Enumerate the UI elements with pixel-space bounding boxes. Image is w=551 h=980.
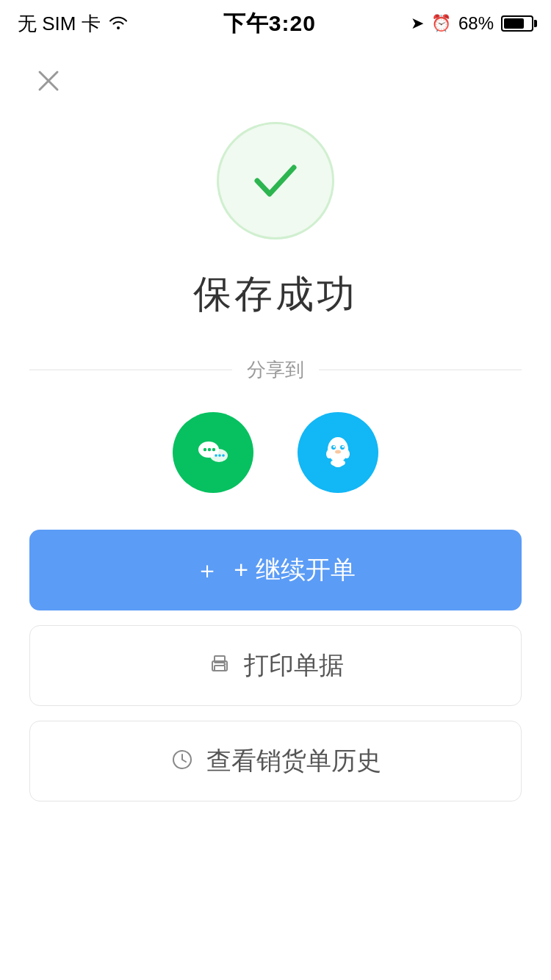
share-section: 分享到 [29,357,522,493]
svg-point-8 [218,454,221,457]
wechat-share-button[interactable] [173,412,253,493]
battery-icon [501,15,533,32]
svg-point-16 [335,450,341,454]
action-buttons: ＋ + 继续开单 打印单据 查看销货单历史 [29,530,522,801]
svg-point-17 [326,450,332,458]
print-label: 打印单据 [244,649,344,682]
alarm-icon: ⏰ [431,14,451,33]
clock-icon [170,747,195,776]
checkmark-icon [246,151,305,210]
wechat-circle [173,412,253,493]
svg-point-18 [344,450,350,458]
wechat-icon [190,429,237,476]
status-right: ➤ ⏰ 68% [411,13,533,34]
wifi-icon [108,12,129,35]
status-time: 下午3:20 [223,9,316,39]
svg-point-22 [224,663,226,665]
continue-order-button[interactable]: ＋ + 继续开单 [29,530,522,610]
svg-point-9 [222,454,225,457]
battery-text: 68% [458,13,494,34]
success-area: 保存成功 [29,122,522,320]
no-sim-text: 无 SIM 卡 [18,11,101,37]
qq-icon [314,429,361,476]
history-label: 查看销货单历史 [206,744,381,778]
continue-order-label: + 继续开单 [234,553,355,587]
status-left: 无 SIM 卡 [18,11,129,37]
close-button[interactable] [29,62,68,100]
share-label: 分享到 [247,357,304,383]
location-icon: ➤ [411,14,424,33]
svg-point-7 [215,454,217,457]
share-icons [29,412,522,493]
svg-point-14 [333,446,335,448]
history-button[interactable]: 查看销货单历史 [29,721,522,801]
svg-rect-21 [215,666,225,671]
share-divider: 分享到 [29,357,522,383]
print-button[interactable]: 打印单据 [29,625,522,706]
svg-point-6 [212,448,215,451]
svg-point-5 [208,448,211,451]
success-title: 保存成功 [193,269,358,320]
main-content: 保存成功 分享到 [0,47,551,831]
svg-point-15 [342,446,344,448]
printer-icon [207,652,232,680]
svg-point-4 [204,448,206,451]
success-circle [217,122,334,239]
plus-icon: ＋ [195,558,219,582]
qq-share-button[interactable] [298,412,378,493]
qq-circle [298,412,378,493]
status-bar: 无 SIM 卡 下午3:20 ➤ ⏰ 68% [0,0,551,47]
svg-point-10 [328,437,348,462]
